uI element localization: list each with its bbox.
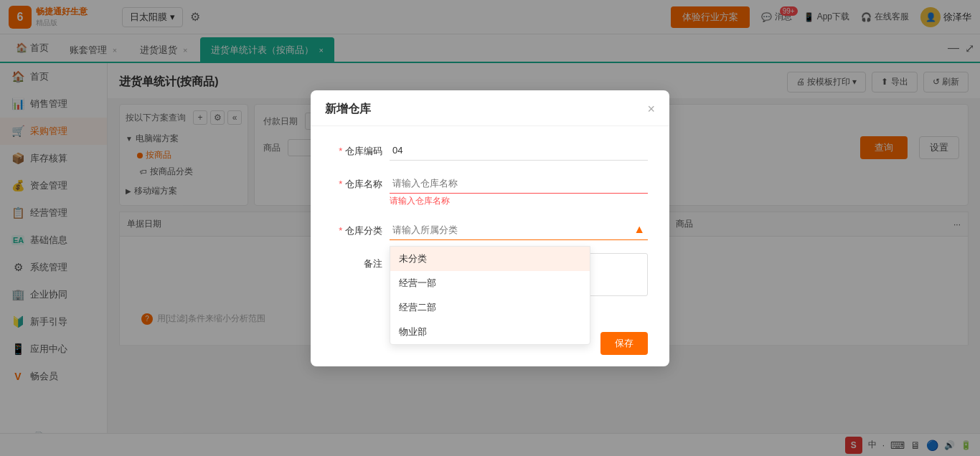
dropdown-item-dept1[interactable]: 经营一部 — [390, 271, 590, 295]
required-star-cat: * — [339, 225, 342, 236]
dropdown-item-dept2[interactable]: 经营二部 — [390, 295, 590, 320]
required-star: * — [339, 146, 342, 156]
category-toggle-icon[interactable]: ▲ — [631, 223, 648, 236]
new-warehouse-dialog: 新增仓库 × * 仓库编码 * 仓库名称 请输入仓库名称 — [311, 90, 669, 366]
name-error-msg: 请输入仓库名称 — [390, 195, 648, 207]
form-row-name: * 仓库名称 请输入仓库名称 — [332, 174, 648, 207]
name-field-wrap: 请输入仓库名称 — [390, 174, 648, 207]
dropdown-item-uncategorized[interactable]: 未分类 — [390, 247, 590, 271]
category-input[interactable] — [390, 220, 631, 239]
code-label: * 仓库编码 — [332, 141, 390, 158]
code-input[interactable] — [390, 141, 648, 161]
dialog-overlay[interactable]: 新增仓库 × * 仓库编码 * 仓库名称 请输入仓库名称 — [0, 0, 980, 456]
form-row-code: * 仓库编码 — [332, 141, 648, 161]
form-row-category: * 仓库分类 ▲ 未分类 经营一部 经营二部 物业部 — [332, 220, 648, 240]
category-dropdown: 未分类 经营一部 经营二部 物业部 — [390, 246, 590, 345]
required-star-name: * — [339, 179, 342, 189]
dialog-close-button[interactable]: × — [647, 102, 655, 117]
category-label: * 仓库分类 — [332, 220, 390, 237]
dialog-body: * 仓库编码 * 仓库名称 请输入仓库名称 * — [311, 126, 669, 323]
dialog-header: 新增仓库 × — [311, 90, 669, 126]
dialog-title: 新增仓库 — [325, 102, 371, 117]
dropdown-item-dept3[interactable]: 物业部 — [390, 320, 590, 344]
save-button[interactable]: 保存 — [600, 332, 648, 355]
name-label: * 仓库名称 — [332, 174, 390, 191]
name-input[interactable] — [390, 174, 648, 194]
note-label: 备注 — [332, 253, 390, 270]
category-input-wrap: ▲ — [390, 220, 648, 240]
